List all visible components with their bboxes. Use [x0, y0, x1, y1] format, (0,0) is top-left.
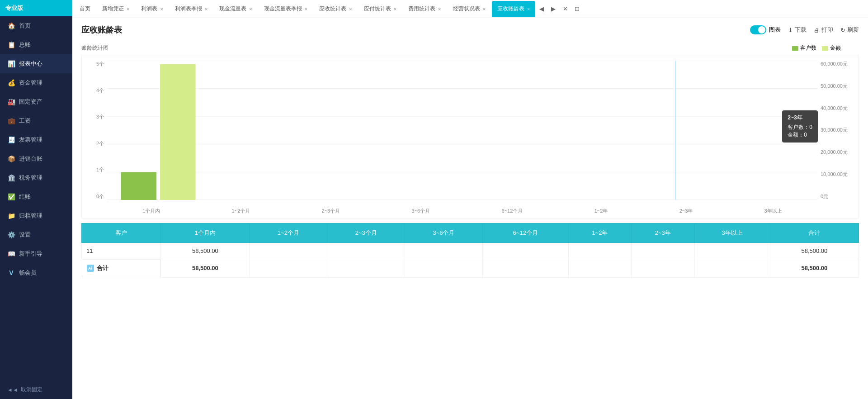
tab-ap-stats[interactable]: 应付统计表 ×	[359, 1, 402, 17]
archive-icon: 📁	[7, 212, 15, 219]
close-icon[interactable]: ×	[305, 6, 307, 12]
tab-scroll-left-btn[interactable]: ◀	[536, 4, 547, 14]
sidebar-item-label: 进销台账	[19, 155, 42, 163]
tab-profit-quarterly-label: 利润表季报	[175, 5, 202, 13]
main-area: 首页 新增凭证 × 利润表 × 利润表季报 × 现金流量表 × 现金流量表季报 …	[72, 0, 868, 399]
sidebar-unpin-btn[interactable]: ◄◄ 取消固定	[0, 380, 72, 399]
col-m23: 2~3个月	[327, 223, 405, 243]
x-label-m23: 2~3个月	[322, 208, 340, 214]
closing-icon: ✅	[7, 193, 15, 200]
total-m1: 58,500.00	[161, 259, 250, 278]
tab-expense-stats-label: 费用统计表	[408, 5, 435, 13]
guide-icon: 📖	[7, 250, 15, 257]
print-btn[interactable]: 🖨 打印	[814, 26, 833, 34]
sidebar-item-assets[interactable]: 🏭 固定资产	[0, 92, 72, 111]
close-icon[interactable]: ×	[394, 6, 396, 12]
sidebar-logo: 专业版	[0, 0, 72, 16]
sidebar-item-label: 新手引导	[19, 250, 42, 258]
toggle-track[interactable]	[750, 25, 766, 34]
close-icon[interactable]: ×	[127, 6, 129, 12]
sidebar-item-funds[interactable]: 💰 资金管理	[0, 73, 72, 92]
sidebar-item-closing[interactable]: ✅ 结账	[0, 187, 72, 206]
y-right-0: 0元	[821, 193, 828, 200]
tab-maximize-btn[interactable]: ⊡	[571, 4, 582, 14]
sidebar-item-vip[interactable]: V 畅会员	[0, 263, 72, 282]
settings-icon: ⚙️	[7, 231, 15, 238]
close-icon[interactable]: ×	[249, 6, 252, 12]
ledger-icon: 📋	[7, 41, 15, 48]
chart-svg	[107, 61, 818, 200]
refresh-btn[interactable]: ↻ 刷新	[840, 26, 859, 34]
sidebar-item-trading[interactable]: 📦 进销台账	[0, 149, 72, 168]
sidebar-item-ledger[interactable]: 📋 总账	[0, 35, 72, 54]
col-m612: 6~12个月	[482, 223, 568, 243]
sidebar-item-reports[interactable]: 📊 报表中心	[0, 54, 72, 73]
total-label-cell: Ai 合计	[82, 259, 161, 277]
total-y23	[632, 259, 694, 278]
data-table: 客户 1个月内 1~2个月 2~3个月 3~6个月 6~12个月 1~2年 2~…	[81, 223, 859, 278]
y-left-5: 5个	[96, 61, 104, 67]
bar-m1-amount	[160, 64, 196, 200]
x-label-y12: 1~2年	[594, 208, 608, 214]
invoice-icon: 🧾	[7, 136, 15, 143]
col-y3plus: 3年以上	[694, 223, 770, 243]
tab-profit[interactable]: 利润表 ×	[136, 1, 168, 17]
tab-operations[interactable]: 经营状况表 ×	[448, 1, 491, 17]
close-icon[interactable]: ×	[527, 6, 530, 12]
tab-ar-aging[interactable]: 应收账龄表 ×	[492, 1, 535, 17]
close-icon[interactable]: ×	[349, 6, 352, 12]
total-icon: Ai	[87, 265, 94, 272]
tab-new-voucher[interactable]: 新增凭证 ×	[97, 1, 135, 17]
tab-close-all-btn[interactable]: ✕	[560, 4, 571, 14]
close-icon[interactable]: ×	[205, 6, 208, 12]
chart-container: 账龄统计图 客户数 金额 5个 4个 3个	[72, 40, 868, 223]
y-right-60k: 60,000.00元	[821, 61, 848, 67]
tab-scroll-right-btn[interactable]: ▶	[548, 4, 559, 14]
y-left-0: 0个	[96, 193, 104, 200]
x-axis-labels: 1个月内 1~2个月 2~3个月 3~6个月 6~12个月 1~2年 2~3年 …	[107, 208, 818, 214]
toggle-thumb	[758, 26, 765, 33]
sidebar-item-home[interactable]: 🏠 首页	[0, 16, 72, 35]
sidebar-item-label: 税务管理	[19, 174, 42, 182]
cell-customer: 11	[82, 243, 161, 259]
tab-cashflow[interactable]: 现金流量表 ×	[214, 1, 257, 17]
tab-cashflow-quarterly[interactable]: 现金流量表季报 ×	[259, 1, 313, 17]
tab-ar-stats[interactable]: 应收统计表 ×	[314, 1, 357, 17]
close-icon[interactable]: ×	[438, 6, 441, 12]
col-y23: 2~3年	[632, 223, 694, 243]
refresh-label: 刷新	[847, 26, 859, 34]
sidebar-item-invoice[interactable]: 🧾 发票管理	[0, 130, 72, 149]
toggle-label: 图表	[769, 26, 781, 34]
download-btn[interactable]: ⬇ 下载	[788, 26, 807, 34]
y-right-50k: 50,000.00元	[821, 83, 848, 90]
tab-operations-label: 经营状况表	[453, 5, 480, 13]
sidebar-item-archive[interactable]: 📁 归档管理	[0, 206, 72, 225]
chart-toggle[interactable]: 图表	[750, 25, 781, 34]
sidebar-item-label: 固定资产	[19, 98, 42, 106]
sidebar-item-guide[interactable]: 📖 新手引导	[0, 244, 72, 263]
table-section: 客户 1个月内 1~2个月 2~3个月 3~6个月 6~12个月 1~2年 2~…	[72, 223, 868, 399]
assets-icon: 🏭	[7, 98, 15, 105]
sidebar-item-label: 归档管理	[19, 212, 42, 220]
bar-m1-customer	[121, 172, 156, 200]
sidebar-item-settings[interactable]: ⚙️ 设置	[0, 225, 72, 244]
sidebar-item-salary[interactable]: 💼 工资	[0, 111, 72, 130]
print-icon: 🖨	[814, 27, 820, 33]
sidebar-item-tax[interactable]: 🏛️ 税务管理	[0, 168, 72, 187]
col-customer: 客户	[82, 223, 161, 243]
total-y12	[568, 259, 631, 278]
close-icon[interactable]: ×	[160, 6, 163, 12]
y-left-1: 1个	[96, 166, 104, 173]
close-icon[interactable]: ×	[483, 6, 486, 12]
tab-profit-quarterly[interactable]: 利润表季报 ×	[170, 1, 213, 17]
tab-expense-stats[interactable]: 费用统计表 ×	[403, 1, 446, 17]
y-right-20k: 20,000.00元	[821, 149, 848, 156]
sidebar-item-label: 首页	[19, 22, 31, 30]
y-axis-left: 5个 4个 3个 2个 1个 0个	[82, 61, 107, 200]
print-label: 打印	[821, 26, 833, 34]
download-label: 下载	[795, 26, 807, 34]
unpin-icon: ◄◄	[7, 387, 18, 393]
trading-icon: 📦	[7, 155, 15, 162]
tab-home[interactable]: 首页	[74, 1, 96, 17]
chart-legend: 客户数 金额	[792, 44, 841, 52]
